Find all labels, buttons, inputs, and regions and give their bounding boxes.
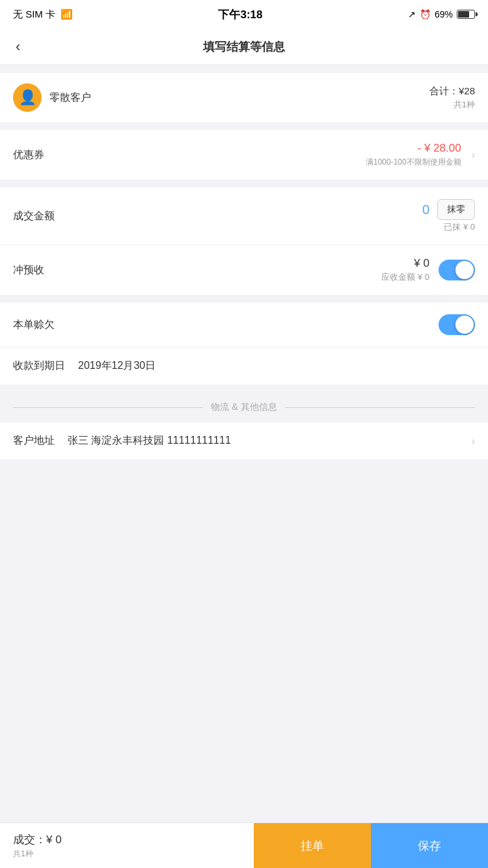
prereceive-label: 冲预收 bbox=[13, 264, 44, 277]
duedate-label: 收款到期日 bbox=[13, 359, 65, 373]
content: 👤 零散客户 合计：¥28 共1种 优惠券 - ¥ 28.00 满1000-10… bbox=[0, 73, 488, 511]
status-bar: 无 SIM 卡 📶 下午3:18 ↗ ⏰ 69% bbox=[0, 0, 488, 29]
bottom-transaction-value: ¥ 0 bbox=[46, 834, 62, 846]
save-button[interactable]: 保存 bbox=[371, 823, 488, 869]
battery-icon bbox=[457, 10, 475, 19]
transaction-label: 成交金额 bbox=[13, 210, 55, 223]
debt-toggle[interactable] bbox=[439, 314, 475, 335]
bottom-left: 成交：¥ 0 共1种 bbox=[0, 832, 254, 860]
customer-total: 合计：¥28 bbox=[429, 85, 475, 98]
toggle-knob bbox=[455, 261, 474, 279]
status-right: ↗ ⏰ 69% bbox=[408, 9, 475, 20]
customer-name: 零散客户 bbox=[49, 91, 91, 105]
address-value: 张三 海淀永丰科技园 11111111111 bbox=[68, 434, 468, 448]
alarm-icon: ⏰ bbox=[420, 9, 431, 20]
prereceive-row: 冲预收 ¥ 0 应收金额 ¥ 0 bbox=[0, 245, 488, 295]
bottom-transaction-label: 成交： bbox=[13, 834, 46, 846]
coupon-desc: 满1000-100不限制使用金额 bbox=[366, 157, 461, 168]
customer-avatar: 👤 bbox=[13, 83, 42, 112]
logistics-header: 物流 & 其他信息 bbox=[0, 392, 488, 422]
battery-percent: 69% bbox=[435, 9, 453, 20]
address-chevron: › bbox=[472, 435, 475, 447]
customer-section: 👤 零散客户 合计：¥28 共1种 bbox=[0, 73, 488, 122]
location-icon: ↗ bbox=[408, 9, 416, 20]
duedate-row[interactable]: 收款到期日 2019年12月30日 bbox=[0, 347, 488, 385]
page-title: 填写结算等信息 bbox=[203, 39, 285, 55]
prereceive-amount: ¥ 0 bbox=[381, 257, 429, 270]
logistics-line-right bbox=[285, 407, 475, 408]
status-carrier: 无 SIM 卡 📶 bbox=[13, 8, 73, 21]
debt-section: 本单赊欠 收款到期日 2019年12月30日 bbox=[0, 303, 488, 385]
carrier-text: 无 SIM 卡 bbox=[13, 8, 55, 21]
debt-toggle-knob bbox=[455, 316, 474, 334]
duedate-value: 2019年12月30日 bbox=[78, 359, 156, 373]
customer-right: 合计：¥28 共1种 bbox=[429, 85, 475, 111]
nav-bar: ‹ 填写结算等信息 bbox=[0, 29, 488, 65]
transaction-sub: 已抹 ¥ 0 bbox=[444, 221, 475, 233]
customer-count: 共1种 bbox=[429, 99, 475, 111]
prereceive-toggle[interactable] bbox=[439, 260, 475, 280]
debt-label: 本单赊欠 bbox=[13, 318, 55, 332]
debt-row: 本单赊欠 bbox=[0, 303, 488, 347]
hang-button[interactable]: 挂单 bbox=[254, 823, 371, 869]
bottom-bar: 成交：¥ 0 共1种 挂单 保存 bbox=[0, 822, 488, 868]
status-time: 下午3:18 bbox=[218, 7, 262, 22]
transaction-input[interactable] bbox=[390, 202, 429, 217]
prereceive-right: ¥ 0 应收金额 ¥ 0 bbox=[381, 257, 429, 283]
coupon-label: 优惠券 bbox=[13, 148, 44, 162]
avatar-icon: 👤 bbox=[19, 89, 36, 106]
coupon-section: 优惠券 - ¥ 28.00 满1000-100不限制使用金额 › bbox=[0, 130, 488, 180]
address-section: 客户地址 张三 海淀永丰科技园 11111111111 › bbox=[0, 422, 488, 459]
bottom-count: 共1种 bbox=[13, 848, 241, 860]
wifi-icon: 📶 bbox=[61, 8, 73, 20]
transaction-section: 成交金额 抹零 已抹 ¥ 0 冲预收 ¥ 0 应收金额 ¥ 0 bbox=[0, 187, 488, 295]
transaction-row: 成交金额 抹零 已抹 ¥ 0 bbox=[0, 187, 488, 245]
coupon-info: - ¥ 28.00 满1000-100不限制使用金额 bbox=[366, 142, 461, 168]
coupon-row[interactable]: 优惠券 - ¥ 28.00 满1000-100不限制使用金额 › bbox=[0, 130, 488, 180]
logistics-text: 物流 & 其他信息 bbox=[211, 401, 277, 413]
coupon-amount: - ¥ 28.00 bbox=[366, 142, 461, 155]
address-row[interactable]: 客户地址 张三 海淀永丰科技园 11111111111 › bbox=[0, 422, 488, 459]
back-button[interactable]: ‹ bbox=[10, 33, 25, 61]
bottom-transaction: 成交：¥ 0 bbox=[13, 832, 241, 847]
logistics-line-left bbox=[13, 407, 203, 408]
customer-left: 👤 零散客户 bbox=[13, 83, 91, 112]
round-zero-button[interactable]: 抹零 bbox=[437, 199, 475, 220]
coupon-chevron: › bbox=[472, 149, 475, 161]
prereceive-sub: 应收金额 ¥ 0 bbox=[381, 271, 429, 283]
coupon-right: - ¥ 28.00 满1000-100不限制使用金额 › bbox=[366, 142, 475, 168]
address-label: 客户地址 bbox=[13, 434, 55, 448]
